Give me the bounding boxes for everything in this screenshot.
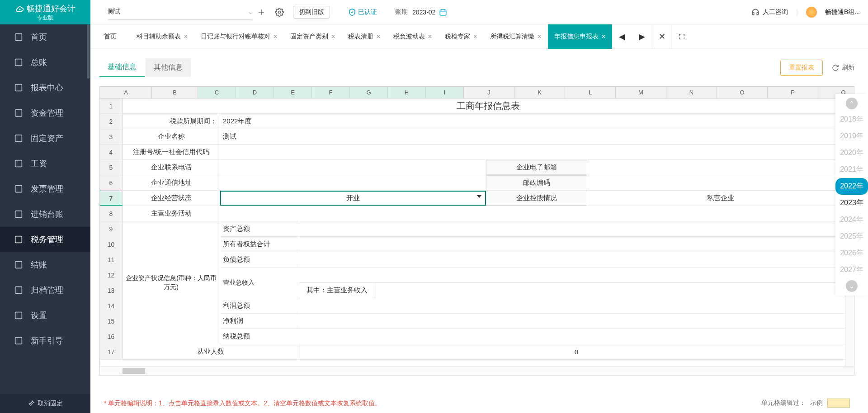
tab-2[interactable]: 固定资产类别✕ [284, 24, 342, 49]
r16-b[interactable]: 纳税总额 [220, 329, 299, 344]
inner-tab-basic[interactable]: 基础信息 [99, 58, 145, 77]
r13-c[interactable]: 其中：主营业务收入 [299, 283, 375, 298]
period-value[interactable]: 2023-02 [412, 9, 435, 16]
sidebar-item-2[interactable]: 报表中心 [0, 75, 90, 100]
refresh-button[interactable]: 刷新 [832, 64, 854, 72]
calendar-icon[interactable] [439, 8, 447, 16]
tab-scroll-right[interactable]: ▶ [632, 24, 652, 49]
sidebar-item-10[interactable]: 归档管理 [0, 277, 90, 303]
tab-6[interactable]: 所得税汇算清缴✕ [484, 24, 548, 49]
col-header-H[interactable]: H [388, 87, 426, 98]
sidebar-item-3[interactable]: 资金管理 [0, 100, 90, 126]
company-selector[interactable]: 测试 ⌵ [108, 5, 252, 20]
fullscreen-button[interactable] [672, 24, 692, 49]
year-2023年[interactable]: 2023年 [835, 195, 868, 211]
col-header-B[interactable]: B [152, 87, 198, 98]
tab-5[interactable]: 税检专家✕ [439, 24, 484, 49]
col-header-C[interactable]: C [198, 87, 236, 98]
close-icon[interactable]: ✕ [428, 33, 432, 40]
r7-label2[interactable]: 企业控股情况 [486, 191, 587, 206]
consult-button[interactable]: 人工咨询 [751, 8, 788, 17]
col-header-M[interactable]: M [616, 87, 666, 98]
r10-b[interactable]: 所有者权益合计 [220, 237, 299, 252]
user-name[interactable]: 畅捷通B组... [825, 8, 860, 16]
year-2025年[interactable]: 2025年 [835, 228, 868, 245]
tab-1[interactable]: 日记账与银行对账单核对✕ [194, 24, 284, 49]
r8-value[interactable] [220, 206, 854, 221]
r5-label2[interactable]: 企业电子邮箱 [486, 160, 587, 175]
col-header-J[interactable]: J [464, 87, 514, 98]
r7-value-dropdown[interactable]: 开业 [220, 191, 486, 206]
tab-scroll-left[interactable]: ◀ [612, 24, 632, 49]
r14-b[interactable]: 利润总额 [220, 298, 299, 313]
sidebar-item-7[interactable]: 进销台账 [0, 202, 90, 227]
year-2018年[interactable]: 2018年 [835, 111, 868, 128]
close-icon[interactable]: ✕ [184, 33, 188, 40]
close-icon[interactable]: ✕ [537, 33, 542, 40]
r7-value2[interactable]: 私营企业 [587, 191, 854, 206]
settings-button[interactable] [270, 3, 288, 21]
year-2024年[interactable]: 2024年 [835, 211, 868, 228]
close-icon[interactable]: ✕ [273, 33, 278, 40]
r4-label[interactable]: 注册号/统一社会信用代码 [123, 145, 220, 160]
year-scroll-up[interactable]: ⌃ [846, 98, 858, 109]
avatar[interactable] [806, 7, 817, 18]
col-header-P[interactable]: P [768, 87, 818, 98]
r9-b[interactable]: 资产总额 [220, 221, 299, 236]
r11-b[interactable]: 负债总额 [220, 252, 299, 267]
sidebar-item-11[interactable]: 设置 [0, 303, 90, 328]
sidebar-item-12[interactable]: 新手引导 [0, 328, 90, 353]
r17-value[interactable]: 0 [299, 344, 854, 359]
sidebar-scrollbar[interactable] [87, 24, 90, 79]
col-header-G[interactable]: G [350, 87, 388, 98]
tab-home[interactable]: 首页 [90, 24, 130, 49]
r6-label[interactable]: 企业通信地址 [123, 175, 220, 190]
reset-report-button[interactable]: 重置报表 [780, 60, 823, 76]
col-header-A[interactable]: A [100, 87, 152, 98]
col-header-D[interactable]: D [236, 87, 274, 98]
r5-label[interactable]: 企业联系电话 [123, 160, 220, 175]
r6-value[interactable] [220, 175, 486, 190]
tab-0[interactable]: 科目辅助余额表✕ [130, 24, 194, 49]
r6-label2[interactable]: 邮政编码 [486, 175, 587, 190]
col-header-N[interactable]: N [666, 87, 717, 98]
col-header-O[interactable]: O [717, 87, 768, 98]
col-header-E[interactable]: E [274, 87, 312, 98]
sidebar-item-8[interactable]: 税务管理 [0, 227, 90, 252]
tab-7[interactable]: 年报信息申报表✕ [548, 24, 612, 49]
close-icon[interactable]: ✕ [376, 33, 381, 40]
close-icon[interactable]: ✕ [331, 33, 335, 40]
r6-value2[interactable] [587, 175, 854, 190]
close-icon[interactable]: ✕ [473, 33, 477, 40]
year-2020年[interactable]: 2020年 [835, 145, 868, 161]
unpin-button[interactable]: 取消固定 [0, 394, 90, 413]
year-2026年[interactable]: 2026年 [835, 245, 868, 262]
tab-3[interactable]: 税表清册✕ [342, 24, 387, 49]
col-header-L[interactable]: L [565, 87, 616, 98]
sidebar-item-6[interactable]: 发票管理 [0, 176, 90, 202]
sidebar-item-4[interactable]: 固定资产 [0, 126, 90, 151]
tab-4[interactable]: 税负波动表✕ [387, 24, 439, 49]
col-header-K[interactable]: K [514, 87, 565, 98]
merged-asset-label[interactable]: 企业资产状况信息(币种：人民币万元) [123, 221, 220, 344]
sidebar-item-1[interactable]: 总账 [0, 50, 90, 75]
col-header-I[interactable]: I [426, 87, 464, 98]
r4-value[interactable] [220, 145, 854, 160]
r15-b[interactable]: 净利润 [220, 314, 299, 329]
sidebar-item-0[interactable]: 首页 [0, 24, 90, 50]
sheet-title[interactable]: 工商年报信息表 [123, 99, 854, 113]
sidebar-item-5[interactable]: 工资 [0, 151, 90, 176]
r17-label[interactable]: 从业人数 [123, 344, 299, 359]
tab-close-all[interactable]: ✕ [652, 24, 672, 49]
col-header-F[interactable]: F [312, 87, 350, 98]
year-2022年[interactable]: 2022年 [835, 178, 868, 195]
year-2021年[interactable]: 2021年 [835, 161, 868, 178]
r7-label[interactable]: 企业经营状态 [123, 191, 220, 206]
sidebar-item-9[interactable]: 结账 [0, 252, 90, 277]
r3-value[interactable]: 测试 [220, 129, 854, 144]
h-scrollbar[interactable] [100, 366, 854, 375]
inner-tab-other[interactable]: 其他信息 [146, 58, 191, 77]
year-scroll-down[interactable]: ⌄ [846, 280, 858, 292]
add-button[interactable] [252, 3, 270, 21]
year-2027年[interactable]: 2027年 [835, 262, 868, 278]
